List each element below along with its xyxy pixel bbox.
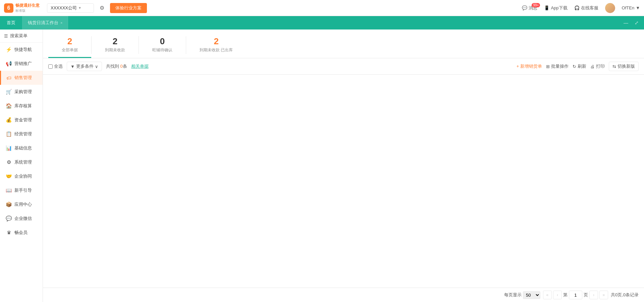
page-input[interactable] bbox=[569, 291, 582, 299]
pagination: 每页显示 10 20 50 100 « ‹ 第 页 › » 共0页,0条记录 bbox=[43, 288, 644, 302]
page-label: 第 bbox=[563, 292, 568, 298]
sidebar-item-inventory[interactable]: 🏠 库存核算 bbox=[0, 99, 43, 113]
sidebar-item-guide[interactable]: 📖 新手引导 bbox=[0, 183, 43, 197]
stat-label-overdue: 到期未收款 bbox=[105, 47, 125, 53]
last-page-button[interactable]: » bbox=[599, 291, 608, 299]
guide-icon: 📖 bbox=[6, 187, 12, 193]
username-text: OfTEn bbox=[622, 5, 635, 10]
tab-expand-button[interactable]: ⤢ bbox=[632, 18, 641, 27]
search-icon: ☰ bbox=[4, 34, 8, 39]
finance-icon: 💰 bbox=[6, 117, 12, 123]
batch-operations-button[interactable]: ⊞ 批量操作 bbox=[546, 63, 569, 69]
toolbar: 全选 ▼ 更多条件 ∨ 共找到 0条 相关单据 + 新增销货单 ⊞ 批量操作 ↻… bbox=[43, 58, 644, 75]
page-label-end: 页 bbox=[584, 292, 588, 298]
sidebar-item-label: 销售管理 bbox=[14, 75, 32, 81]
user-arrow-icon: ▼ bbox=[636, 5, 640, 10]
logo-sub: 标准版 bbox=[15, 8, 40, 13]
sidebar-item-cooperation[interactable]: 🤝 企业协同 bbox=[0, 169, 43, 183]
system-icon: ⚙ bbox=[6, 159, 12, 165]
stat-label-all: 全部单据 bbox=[62, 47, 78, 53]
company-selector[interactable]: XXXXXX公司 ▼ bbox=[47, 3, 94, 13]
quick-nav-icon: ⚡ bbox=[6, 47, 12, 53]
print-button[interactable]: 🖨 打印 bbox=[590, 63, 605, 69]
sidebar-item-system[interactable]: ⚙ 系统管理 bbox=[0, 155, 43, 169]
service-icon: 🎧 bbox=[574, 5, 580, 10]
print-icon: 🖨 bbox=[590, 64, 595, 69]
batch-label: 批量操作 bbox=[551, 63, 569, 69]
sidebar-item-apps[interactable]: 📦 应用中心 bbox=[0, 197, 43, 212]
stat-label-wangwang: 旺辅待确认 bbox=[152, 47, 172, 53]
settings-button[interactable]: ⚙ bbox=[97, 3, 107, 13]
stat-tab-wangwang[interactable]: 0 旺辅待确认 bbox=[139, 34, 186, 58]
found-count: 0 bbox=[120, 64, 123, 69]
per-page-label: 每页显示 bbox=[504, 292, 522, 298]
batch-icon: ⊞ bbox=[546, 64, 550, 69]
messages-button[interactable]: 💬 消息 99+ bbox=[522, 5, 537, 11]
refresh-icon: ↻ bbox=[573, 64, 576, 69]
sidebar-item-label: 应用中心 bbox=[14, 201, 32, 207]
download-icon: 📱 bbox=[544, 5, 549, 10]
marketing-icon: 📢 bbox=[6, 61, 12, 67]
per-page-select[interactable]: 每页显示 10 20 50 100 bbox=[504, 291, 540, 299]
filter-icon: ▼ bbox=[70, 64, 75, 69]
logo-main: 畅捷通好生意 bbox=[15, 3, 40, 8]
stat-tab-all[interactable]: 2 全部单据 bbox=[48, 34, 91, 58]
select-all-input[interactable] bbox=[48, 64, 53, 69]
experience-button[interactable]: 体验行业方案 bbox=[110, 3, 147, 13]
filter-button[interactable]: ▼ 更多条件 ∨ bbox=[67, 62, 102, 71]
sidebar-item-label: 企业协同 bbox=[14, 173, 32, 179]
table-area bbox=[43, 75, 644, 288]
switch-icon: ⇆ bbox=[612, 64, 616, 69]
stat-tab-shipped[interactable]: 2 到期未收款 已出库 bbox=[186, 34, 246, 58]
per-page-dropdown[interactable]: 10 20 50 100 bbox=[523, 291, 540, 299]
related-link[interactable]: 相关单据 bbox=[131, 63, 149, 69]
member-icon: ♛ bbox=[6, 230, 12, 236]
company-arrow-icon: ▼ bbox=[78, 6, 82, 10]
found-unit: 条 bbox=[123, 64, 127, 69]
tab-close-icon[interactable]: × bbox=[60, 21, 62, 25]
sidebar-item-quick-nav[interactable]: ⚡ 快捷导航 bbox=[0, 43, 43, 57]
tab-active-label: 钱货日清工作台 bbox=[28, 20, 58, 26]
sidebar-item-marketing[interactable]: 📢 营销推广 bbox=[0, 57, 43, 71]
switch-version-button[interactable]: ⇆ 切换新版 bbox=[609, 62, 639, 71]
stat-num-all: 2 bbox=[67, 36, 72, 47]
sidebar-item-finance[interactable]: 💰 资金管理 bbox=[0, 113, 43, 127]
sidebar-item-member[interactable]: ♛ 畅会员 bbox=[0, 226, 43, 240]
next-page-button[interactable]: › bbox=[589, 291, 598, 299]
app-download-label: App下载 bbox=[551, 5, 567, 11]
sidebar-item-operations[interactable]: 📋 经营管理 bbox=[0, 127, 43, 141]
online-service-label: 在线客服 bbox=[581, 5, 598, 11]
add-sales-order-button[interactable]: + 新增销货单 bbox=[517, 63, 542, 69]
apps-icon: 📦 bbox=[6, 201, 12, 207]
first-page-button[interactable]: « bbox=[543, 291, 552, 299]
stats-tabs: 2 全部单据 2 到期未收款 0 旺辅待确认 2 到期未收款 已出库 bbox=[43, 29, 644, 58]
username-display[interactable]: OfTEn ▼ bbox=[622, 5, 640, 10]
select-all-label: 全选 bbox=[54, 63, 63, 69]
cooperation-icon: 🤝 bbox=[6, 173, 12, 179]
online-service-button[interactable]: 🎧 在线客服 bbox=[574, 5, 598, 11]
content-area: 2 全部单据 2 到期未收款 0 旺辅待确认 2 到期未收款 已出库 bbox=[43, 29, 644, 302]
avatar[interactable] bbox=[605, 3, 615, 13]
filter-label: 更多条件 bbox=[76, 63, 94, 69]
sidebar-item-base-info[interactable]: 📊 基础信息 bbox=[0, 141, 43, 155]
found-text: 共找到 0条 bbox=[106, 63, 127, 69]
refresh-button[interactable]: ↻ 刷新 bbox=[573, 63, 586, 69]
app-download-button[interactable]: 📱 App下载 bbox=[544, 5, 567, 11]
sidebar-item-label: 经营管理 bbox=[14, 131, 32, 137]
search-menu-button[interactable]: ☰ 搜索菜单 bbox=[0, 29, 43, 43]
select-all-checkbox[interactable]: 全选 bbox=[48, 63, 63, 69]
message-badge: 99+ bbox=[532, 3, 540, 7]
stat-tab-overdue[interactable]: 2 到期未收款 bbox=[92, 34, 139, 58]
sidebar-item-label: 库存核算 bbox=[14, 103, 32, 109]
sidebar-item-label: 企业微信 bbox=[14, 216, 32, 222]
prev-page-button[interactable]: ‹ bbox=[553, 291, 562, 299]
tab-home[interactable]: 首页 bbox=[0, 16, 22, 29]
stat-label-shipped: 到期未收款 已出库 bbox=[200, 47, 233, 53]
filter-arrow-icon: ∨ bbox=[95, 64, 98, 69]
tab-collapse-button[interactable]: — bbox=[621, 18, 631, 27]
sidebar-item-wechat[interactable]: 💬 企业微信 bbox=[0, 212, 43, 226]
sidebar-item-purchase[interactable]: 🛒 采购管理 bbox=[0, 85, 43, 99]
sidebar-item-sales[interactable]: 🏷 销售管理 bbox=[0, 71, 43, 85]
tab-active[interactable]: 钱货日清工作台 × bbox=[22, 16, 68, 29]
main-layout: ☰ 搜索菜单 ⚡ 快捷导航 📢 营销推广 🏷 销售管理 🛒 采购管理 🏠 库存核… bbox=[0, 29, 644, 302]
